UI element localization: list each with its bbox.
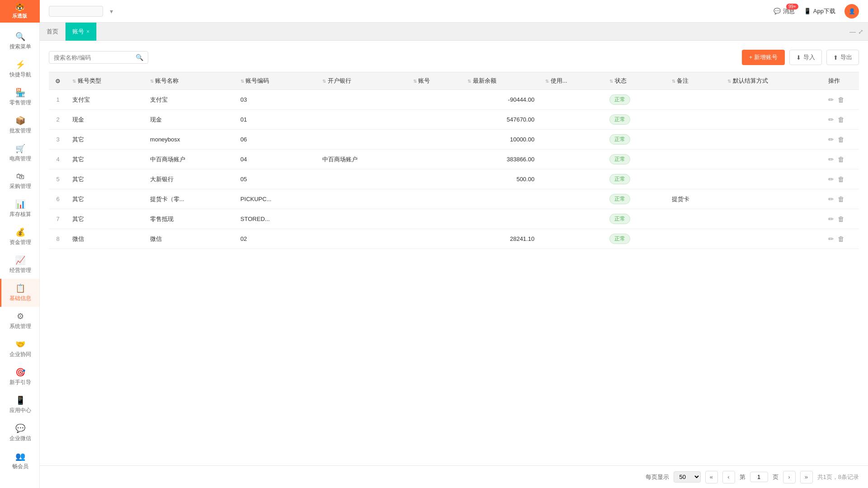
cell-account <box>408 130 462 150</box>
page-size-select[interactable]: 50 10 20 100 <box>674 471 701 483</box>
sidebar-item-shortcuts[interactable]: ⚡ 快捷导航 <box>0 55 39 83</box>
page-next-button[interactable]: › <box>783 471 796 483</box>
col-name[interactable]: ⇅ 账号名称 <box>145 72 235 90</box>
tab-maximize-icon[interactable]: ⤢ <box>858 28 863 35</box>
col-type[interactable]: ⇅ 账号类型 <box>67 72 145 90</box>
cell-action: ✏ 🗑 <box>823 150 859 169</box>
edit-button[interactable]: ✏ <box>828 175 834 183</box>
edit-button[interactable]: ✏ <box>828 195 834 203</box>
page-number-input[interactable] <box>750 472 768 482</box>
search-input[interactable] <box>54 54 136 61</box>
members-icon: 👥 <box>15 451 25 461</box>
add-account-button[interactable]: + 新增账号 <box>742 50 785 65</box>
page-last-button[interactable]: » <box>800 471 813 483</box>
page-first-button[interactable]: « <box>705 471 718 483</box>
table-row: 8 微信 微信 02 28241.10 正常 ✏ 🗑 <box>49 229 859 249</box>
tab-minimize-icon[interactable]: — <box>849 28 856 35</box>
accounts-table: ⚙ ⇅ 账号类型 ⇅ 账号名称 ⇅ 账号编码 ⇅ <box>49 72 859 249</box>
delete-button[interactable]: 🗑 <box>838 215 844 223</box>
cell-account <box>408 110 462 130</box>
cell-account <box>408 189 462 209</box>
app-download-button[interactable]: 📱 App下载 <box>804 7 835 15</box>
col-payment[interactable]: ⇅ 默认结算方式 <box>722 72 823 90</box>
sidebar-item-members[interactable]: 👥 畅会员 <box>0 447 39 475</box>
sidebar-item-system[interactable]: ⚙ 系统管理 <box>0 307 39 335</box>
table-header: ⚙ ⇅ 账号类型 ⇅ 账号名称 ⇅ 账号编码 ⇅ <box>49 72 859 90</box>
cell-balance <box>462 209 540 229</box>
sidebar-item-agreement[interactable]: 🤝 企业协同 <box>0 335 39 363</box>
cell-usage <box>540 130 604 150</box>
top-search-input[interactable] <box>49 6 103 17</box>
sidebar-item-app-center[interactable]: 📱 应用中心 <box>0 391 39 419</box>
sidebar-item-enterprise-wechat[interactable]: 💬 企业微信 <box>0 419 39 447</box>
cell-payment <box>722 90 823 110</box>
cell-status: 正常 <box>604 90 666 110</box>
cell-type: 其它 <box>67 150 145 169</box>
user-avatar[interactable]: 👤 <box>844 4 859 19</box>
tab-home[interactable]: 首页 <box>40 23 66 41</box>
total-info: 共1页，8条记录 <box>817 473 859 481</box>
app-center-icon: 📱 <box>15 395 25 405</box>
search-wrapper: 🔍 <box>49 51 148 64</box>
page-prev-button[interactable]: ‹ <box>722 471 735 483</box>
cell-status: 正常 <box>604 110 666 130</box>
cell-type: 其它 <box>67 169 145 189</box>
cell-num: 1 <box>49 90 67 110</box>
sidebar-item-shortcuts-label: 快捷导航 <box>9 71 31 79</box>
cell-remark <box>666 209 722 229</box>
sidebar-item-inventory[interactable]: 📊 库存核算 <box>0 195 39 223</box>
messages-button[interactable]: 💬 消息 99+ <box>774 7 795 15</box>
delete-button[interactable]: 🗑 <box>838 96 844 103</box>
table-row: 6 其它 提货卡（零... PICKUPC... 正常 提货卡 ✏ 🗑 <box>49 189 859 209</box>
cell-payment <box>722 150 823 169</box>
cell-code: STORED... <box>235 209 317 229</box>
table-row: 3 其它 moneybosx 06 10000.00 正常 ✏ 🗑 <box>49 130 859 150</box>
cell-account <box>408 90 462 110</box>
cell-balance <box>462 189 540 209</box>
edit-button[interactable]: ✏ <box>828 235 834 243</box>
cell-bank <box>317 229 407 249</box>
edit-button[interactable]: ✏ <box>828 136 834 144</box>
sidebar-item-ecommerce[interactable]: 🛒 电商管理 <box>0 139 39 167</box>
app-subtitle: 乐透版 <box>12 13 27 19</box>
search-icon[interactable]: 🔍 <box>136 54 143 61</box>
import-button[interactable]: ⬇ 导入 <box>789 50 822 65</box>
row-actions: ✏ 🗑 <box>828 235 854 243</box>
col-code[interactable]: ⇅ 账号编码 <box>235 72 317 90</box>
cell-usage <box>540 169 604 189</box>
tab-account[interactable]: 账号 × <box>66 23 97 41</box>
tab-account-close-icon[interactable]: × <box>86 28 90 35</box>
tab-home-label: 首页 <box>47 28 58 36</box>
col-account[interactable]: ⇅ 账号 <box>408 72 462 90</box>
sidebar-item-retail[interactable]: 🏪 零售管理 <box>0 83 39 111</box>
delete-button[interactable]: 🗑 <box>838 136 844 143</box>
col-status[interactable]: ⇅ 状态 <box>604 72 666 90</box>
col-remark[interactable]: ⇅ 备注 <box>666 72 722 90</box>
delete-button[interactable]: 🗑 <box>838 155 844 163</box>
app-logo: 🐯 乐透版 <box>0 0 40 23</box>
edit-button[interactable]: ✏ <box>828 155 834 164</box>
export-button[interactable]: ⬆ 导出 <box>826 50 859 65</box>
cell-payment <box>722 110 823 130</box>
edit-button[interactable]: ✏ <box>828 215 834 223</box>
col-usage-label: 使用... <box>551 77 567 84</box>
delete-button[interactable]: 🗑 <box>838 175 844 183</box>
sidebar-item-guide[interactable]: 🎯 新手引导 <box>0 363 39 391</box>
col-usage[interactable]: ⇅ 使用... <box>540 72 604 90</box>
top-dropdown-icon[interactable]: ▾ <box>110 8 113 15</box>
delete-button[interactable]: 🗑 <box>838 116 844 123</box>
edit-button[interactable]: ✏ <box>828 116 834 124</box>
finance-icon: 💰 <box>15 227 25 237</box>
col-config[interactable]: ⚙ <box>49 72 67 90</box>
delete-button[interactable]: 🗑 <box>838 195 844 203</box>
delete-button[interactable]: 🗑 <box>838 235 844 243</box>
col-balance[interactable]: ⇅ 最新余额 <box>462 72 540 90</box>
sidebar-item-operations[interactable]: 📈 经营管理 <box>0 251 39 279</box>
col-bank[interactable]: ⇅ 开户银行 <box>317 72 407 90</box>
sidebar-item-finance[interactable]: 💰 资金管理 <box>0 223 39 251</box>
sidebar-item-basic[interactable]: 📋 基础信息 <box>0 279 39 307</box>
edit-button[interactable]: ✏ <box>828 96 834 104</box>
sidebar-item-search[interactable]: 🔍 搜索菜单 <box>0 27 39 55</box>
sidebar-item-purchase[interactable]: 🛍 采购管理 <box>0 167 39 195</box>
sidebar-item-wholesale[interactable]: 📦 批发管理 <box>0 111 39 139</box>
